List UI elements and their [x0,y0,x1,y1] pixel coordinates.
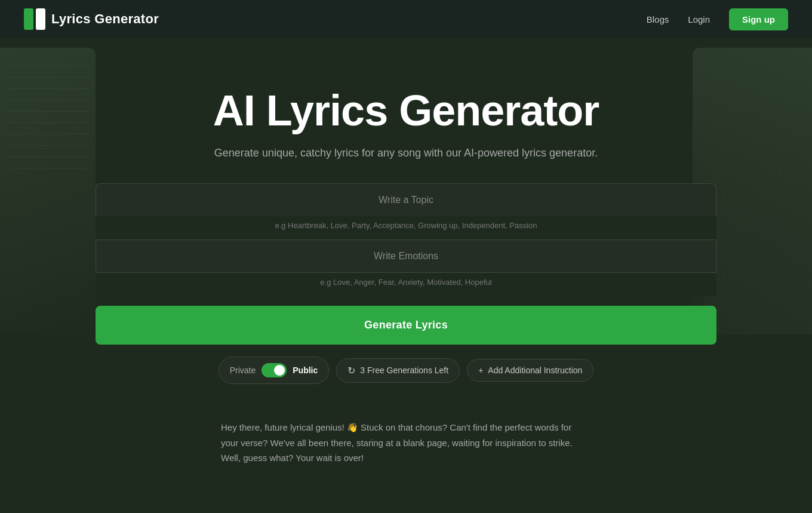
toggle-switch[interactable] [262,363,287,377]
svg-rect-0 [24,8,33,30]
privacy-toggle[interactable]: Private Public [219,357,330,384]
hero-subtitle: Generate unique, catchy lyrics for any s… [214,147,598,159]
bottom-text-section: Hey there, future lyrical genius! 👋 Stuc… [197,420,615,466]
toggle-knob [274,365,285,376]
brand-name: Lyrics Generator [51,11,159,27]
private-label: Private [230,365,256,375]
topic-group: e.g Heartbreak, Love, Party, Acceptance,… [96,183,716,239]
public-label: Public [293,365,318,375]
add-instruction-label: Add Additional Instruction [488,365,582,375]
emotions-input[interactable] [96,239,716,273]
login-link[interactable]: Login [688,14,710,24]
free-generations-badge[interactable]: ↻ 3 Free Generations Left [336,358,460,383]
free-gen-label: 3 Free Generations Left [360,365,448,375]
svg-rect-1 [36,8,45,30]
hero-title: AI Lyrics Generator [213,86,599,135]
generate-button[interactable]: Generate Lyrics [96,306,716,345]
main-content: AI Lyrics Generator Generate unique, cat… [0,38,812,466]
emotions-group: e.g Love, Anger, Fear, Anxiety, Motivate… [96,239,716,296]
topic-hint: e.g Heartbreak, Love, Party, Acceptance,… [96,216,716,239]
signup-button[interactable]: Sign up [729,8,788,30]
add-instruction-button[interactable]: + Add Additional Instruction [467,359,593,382]
emotions-hint: e.g Love, Anger, Fear, Anxiety, Motivate… [96,273,716,296]
bottom-paragraph: Hey there, future lyrical genius! 👋 Stuc… [221,420,591,466]
plus-icon: + [478,365,483,375]
bottom-controls: Private Public ↻ 3 Free Generations Left… [96,357,716,384]
navbar-nav: Blogs Login Sign up [647,8,788,30]
blogs-link[interactable]: Blogs [647,14,669,24]
brand: Lyrics Generator [24,8,159,30]
navbar: Lyrics Generator Blogs Login Sign up [0,0,812,38]
topic-input[interactable] [96,183,716,216]
form-container: e.g Heartbreak, Love, Party, Acceptance,… [96,183,716,384]
recycle-icon: ↻ [347,365,355,376]
brand-logo [24,8,45,30]
